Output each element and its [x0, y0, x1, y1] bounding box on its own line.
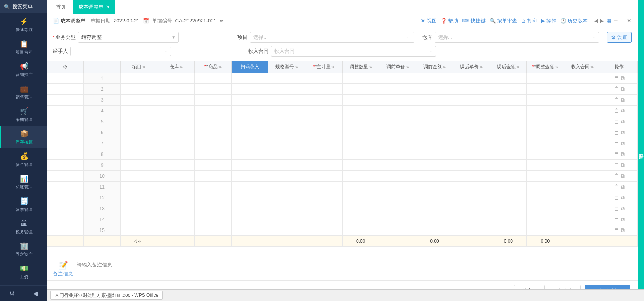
row-delete-5[interactable]: 🗑 — [614, 118, 619, 125]
list-icon[interactable]: ☰ — [613, 18, 618, 24]
sort-icon-before_amount[interactable]: ⇅ — [443, 65, 446, 69]
row-copy-15[interactable]: ⧉ — [621, 227, 625, 234]
row-copy-11[interactable]: ⧉ — [621, 183, 625, 190]
action-view[interactable]: 👁视图 — [421, 17, 437, 24]
row-copy-8[interactable]: ⧉ — [621, 151, 625, 157]
action-help[interactable]: ❓帮助 — [441, 17, 458, 24]
row-delete-12[interactable]: 🗑 — [614, 194, 619, 201]
sort-icon-after_amount[interactable]: ⇅ — [516, 65, 519, 69]
row-copy-4[interactable]: ⧉ — [621, 107, 625, 114]
sort-icon-qty[interactable]: ⇅ — [369, 65, 372, 69]
sidebar-item-quick-nav[interactable]: ⚡快速导航 — [0, 13, 47, 36]
row-copy-14[interactable]: ⧉ — [621, 216, 625, 223]
row-copy-2[interactable]: ⧉ — [621, 86, 625, 92]
col-header-adjust_amount[interactable]: **调整金额⇅ — [527, 61, 564, 73]
sidebar-item-project-contract[interactable]: 📋项目合同 — [0, 36, 47, 58]
cell-7-operation[interactable]: 🗑⧉ — [601, 138, 637, 149]
col-header-unit[interactable]: **主计量⇅ — [305, 61, 342, 73]
sidebar-item-fund-mgmt[interactable]: 💰资金管理 — [0, 148, 47, 171]
sort-icon-adjust_amount[interactable]: ⇅ — [555, 65, 558, 69]
cell-9-operation[interactable]: 🗑⧉ — [601, 160, 637, 171]
row-delete-3[interactable]: 🗑 — [614, 97, 619, 103]
biz-type-input[interactable]: 结存调整 ▼ — [78, 32, 179, 43]
collapse-icon[interactable]: ◀ — [33, 290, 38, 297]
settings-col-icon[interactable]: ⚙ — [63, 64, 68, 70]
row-delete-9[interactable]: 🗑 — [614, 162, 619, 168]
remarks-input[interactable] — [77, 260, 632, 269]
row-delete-1[interactable]: 🗑 — [614, 75, 619, 81]
sort-icon-project[interactable]: ⇅ — [142, 65, 145, 69]
sort-icon-spec[interactable]: ⇅ — [295, 65, 298, 69]
row-delete-10[interactable]: 🗑 — [614, 173, 619, 179]
row-delete-6[interactable]: 🗑 — [614, 129, 619, 136]
sort-icon-before_price[interactable]: ⇅ — [406, 65, 409, 69]
row-copy-9[interactable]: ⧉ — [621, 162, 625, 168]
row-copy-6[interactable]: ⧉ — [621, 129, 625, 136]
nav-next-icon[interactable]: ▶ — [600, 18, 604, 24]
cell-4-operation[interactable]: 🗑⧉ — [601, 106, 637, 116]
sidebar-item-sales-promo[interactable]: 📢营销推广 — [0, 58, 47, 81]
row-delete-8[interactable]: 🗑 — [614, 151, 619, 157]
sort-icon-after_price[interactable]: ⇅ — [480, 65, 483, 69]
taskbar-item[interactable]: 木门行业好业财处理方案-墨红红.doc - WPS Office — [50, 291, 163, 300]
row-copy-7[interactable]: ⧉ — [621, 140, 625, 147]
col-header-income[interactable]: 收入合同⇅ — [564, 61, 601, 73]
col-header-warehouse[interactable]: 仓库⇅ — [158, 61, 194, 73]
row-copy-13[interactable]: ⧉ — [621, 205, 625, 212]
cell-2-operation[interactable]: 🗑⧉ — [601, 84, 637, 95]
agent-input[interactable]: ··· — [70, 47, 171, 56]
sidebar-item-invoice-mgmt[interactable]: 🧾发票管理 — [0, 193, 47, 216]
close-button[interactable]: ✕ — [627, 17, 632, 24]
col-header-row_num[interactable] — [84, 61, 121, 73]
col-header-goods[interactable]: **商品⇅ — [194, 61, 231, 73]
row-delete-15[interactable]: 🗑 — [614, 227, 619, 234]
col-header-qty[interactable]: 调整数量⇅ — [342, 61, 379, 73]
sidebar-item-payroll[interactable]: 💵工资 — [0, 260, 47, 283]
right-edge-tab[interactable]: 展开 — [638, 0, 644, 301]
tab-home[interactable]: 首页 — [50, 0, 71, 14]
tab-close-cost-adjust[interactable]: ✕ — [106, 4, 110, 10]
row-delete-2[interactable]: 🗑 — [614, 86, 619, 92]
sidebar-item-biz-mgmt[interactable]: 📈经营管理 — [0, 283, 47, 285]
sidebar-item-inventory[interactable]: 📦库存核算 — [0, 126, 47, 148]
cell-14-operation[interactable]: 🗑⧉ — [601, 214, 637, 225]
row-copy-5[interactable]: ⧉ — [621, 118, 625, 125]
sort-icon-unit[interactable]: ⇅ — [331, 65, 334, 69]
action-shortcut[interactable]: ⌨快捷键 — [462, 17, 486, 24]
col-header-project[interactable]: 项目⇅ — [121, 61, 158, 73]
cell-10-operation[interactable]: 🗑⧉ — [601, 171, 637, 182]
sidebar-item-ledger-mgmt[interactable]: 📊总账管理 — [0, 171, 47, 193]
cell-11-operation[interactable]: 🗑⧉ — [601, 182, 637, 192]
settings-button[interactable]: ⚙ 设置 — [607, 32, 632, 43]
cell-6-operation[interactable]: 🗑⧉ — [601, 127, 637, 138]
cell-5-operation[interactable]: 🗑⧉ — [601, 116, 637, 127]
sort-icon-goods[interactable]: ⇅ — [218, 65, 222, 69]
col-header-before_amount[interactable]: 调前金额⇅ — [416, 61, 453, 73]
row-copy-12[interactable]: ⧉ — [621, 194, 625, 201]
col-header-spec[interactable]: 规格型号⇅ — [268, 61, 305, 73]
nav-prev-icon[interactable]: ◀ — [594, 18, 598, 24]
cell-13-operation[interactable]: 🗑⧉ — [601, 203, 637, 214]
warehouse-input[interactable]: 选择... ··· — [435, 32, 599, 43]
action-print[interactable]: 🖨打印 — [521, 17, 537, 24]
sidebar-item-tax-mgmt[interactable]: 🏛税务管理 — [0, 216, 47, 238]
sort-icon-warehouse[interactable]: ⇅ — [180, 65, 183, 69]
cell-8-operation[interactable]: 🗑⧉ — [601, 149, 637, 160]
tab-cost-adjust[interactable]: 成本调整单✕ — [73, 0, 115, 14]
col-header-after_amount[interactable]: 调后金额⇅ — [490, 61, 527, 73]
col-header-scan[interactable]: 扫码录入 — [231, 61, 268, 73]
sort-icon-income[interactable]: ⇅ — [590, 65, 594, 69]
row-copy-10[interactable]: ⧉ — [621, 173, 625, 179]
action-review[interactable]: 🔍按单审查 — [490, 17, 517, 24]
cell-12-operation[interactable]: 🗑⧉ — [601, 192, 637, 203]
row-delete-13[interactable]: 🗑 — [614, 205, 619, 212]
row-delete-11[interactable]: 🗑 — [614, 183, 619, 190]
sidebar-search[interactable]: 🔍 搜索菜单 — [0, 0, 47, 13]
col-header-before_price[interactable]: 调前单价⇅ — [379, 61, 416, 73]
row-copy-1[interactable]: ⧉ — [621, 75, 625, 81]
cell-15-operation[interactable]: 🗑⧉ — [601, 225, 637, 236]
cell-3-operation[interactable]: 🗑⧉ — [601, 95, 637, 106]
grid-icon[interactable]: ▦ — [606, 18, 611, 24]
action-history[interactable]: 🕐历史版本 — [560, 17, 588, 24]
sidebar-item-purchase-mgmt[interactable]: 🛒采购管理 — [0, 103, 47, 126]
